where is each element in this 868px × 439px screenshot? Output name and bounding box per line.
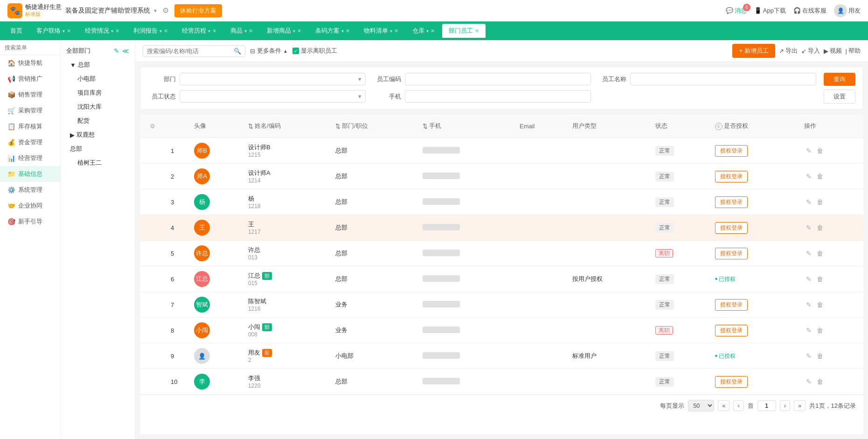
sidebar-item-collab[interactable]: 🤝 企业协同	[0, 198, 60, 214]
col-settings-icon[interactable]: ⚙	[146, 119, 160, 133]
auth-button[interactable]: 授权登录	[715, 299, 748, 311]
tab-operation[interactable]: 经营情况▾✕	[78, 24, 126, 38]
dept-node-zongbu-root[interactable]: ▼ 总部	[61, 58, 135, 72]
tab-profit-close[interactable]: ✕	[164, 28, 168, 34]
edit-button[interactable]: ✎	[804, 351, 813, 361]
auth-button[interactable]: 授权登录	[715, 196, 748, 208]
user-menu[interactable]: 👤 用友	[834, 4, 861, 17]
th-name-sort[interactable]: ⇅姓名/编码	[248, 122, 324, 130]
help-button[interactable]: | 帮助	[846, 47, 861, 55]
auth-info-icon[interactable]: ①	[715, 123, 722, 130]
dept-node-zhishu[interactable]: 植树王二	[68, 156, 135, 170]
delete-button[interactable]: 🗑	[815, 326, 825, 335]
sidebar-item-finance[interactable]: 💰 资金管理	[0, 134, 60, 150]
auth-button[interactable]: 授权登录	[715, 222, 748, 234]
dept-node-shuanglu[interactable]: ▶ 双鹿想	[61, 128, 135, 142]
auth-button[interactable]: 授权登录	[715, 376, 748, 388]
tab-profit[interactable]: 利润报告▾✕	[127, 24, 174, 38]
edit-button[interactable]: ✎	[804, 223, 813, 232]
tab-customer-close[interactable]: ✕	[67, 28, 71, 34]
first-page-button[interactable]: «	[718, 400, 729, 411]
edit-button[interactable]: ✎	[804, 172, 813, 181]
tab-warehouse-close[interactable]: ✕	[431, 28, 435, 34]
import-button[interactable]: ↙ 导入	[801, 47, 820, 55]
delete-button[interactable]: 🗑	[815, 172, 825, 181]
auth-button[interactable]: 授权登录	[715, 145, 748, 157]
show-resigned-toggle[interactable]: ✓ 显示离职员工	[292, 47, 337, 55]
edit-button[interactable]: ✎	[804, 326, 813, 335]
dropdown-arrow-icon[interactable]: ▾	[154, 7, 157, 14]
dept-node-xiaodian[interactable]: 小电部	[68, 72, 135, 86]
prev-page-button[interactable]: ‹	[733, 400, 743, 411]
tab-history[interactable]: 经营历程▾✕	[175, 24, 223, 38]
sidebar-item-quicknav[interactable]: 🏠 快捷导航	[0, 55, 60, 71]
dept-collapse-icon[interactable]: ≪	[122, 47, 129, 55]
dept-node-shenyang[interactable]: 沈阳大库	[68, 100, 135, 114]
th-phone[interactable]: ⇅手机	[417, 114, 514, 138]
tab-goods[interactable]: 商品▾✕	[224, 24, 259, 38]
filter-dept-select[interactable]: ▾	[180, 73, 366, 85]
view-button[interactable]: ▶ 视频	[824, 47, 842, 55]
tab-operation-close[interactable]: ✕	[115, 28, 119, 34]
sidebar-item-sales[interactable]: 📦 销售管理	[0, 87, 60, 103]
sidebar-item-sysmanage[interactable]: ⚙️ 系统管理	[0, 182, 60, 198]
filter-status-select[interactable]: ▾	[180, 90, 366, 103]
tab-barcode[interactable]: 条码方案▾✕	[309, 24, 356, 38]
sidebar-item-inventory[interactable]: 📋 库存核算	[0, 118, 60, 134]
edit-button[interactable]: ✎	[804, 300, 813, 309]
tab-history-close[interactable]: ✕	[212, 28, 216, 34]
tab-addgoods-close[interactable]: ✕	[297, 28, 301, 34]
auth-button[interactable]: 授权登录	[715, 248, 748, 259]
add-employee-button[interactable]: + 新增员工	[732, 44, 775, 58]
sidebar-item-bizmanage[interactable]: 📊 经营管理	[0, 150, 60, 166]
edit-button[interactable]: ✎	[804, 146, 813, 155]
edit-button[interactable]: ✎	[804, 274, 813, 284]
edit-button[interactable]: ✎	[804, 197, 813, 207]
filter-emp-name-input[interactable]	[630, 73, 816, 85]
filter-phone-input[interactable]	[405, 90, 591, 103]
reset-button[interactable]: 设置	[824, 90, 855, 104]
th-dept-sort[interactable]: ⇅部门/职位	[335, 122, 411, 130]
app-download-button[interactable]: 📱 App下载	[754, 7, 786, 15]
page-size-select[interactable]: 50 20 100	[688, 400, 714, 411]
delete-button[interactable]: 🗑	[815, 274, 825, 284]
sidebar-item-basicinfo[interactable]: 📁 基础信息	[0, 166, 60, 182]
gear-icon[interactable]: ⚙	[160, 4, 171, 17]
dept-node-zongbu[interactable]: 总部	[61, 142, 135, 156]
tab-warehouse[interactable]: 仓库▾✕	[406, 24, 441, 38]
th-name[interactable]: ⇅姓名/编码	[243, 114, 330, 138]
delete-button[interactable]: 🗑	[815, 249, 825, 258]
dept-node-peihuo[interactable]: 配货	[68, 114, 135, 128]
tab-customer[interactable]: 客户联络▾✕	[30, 24, 77, 38]
query-button[interactable]: 查询	[824, 73, 855, 86]
tab-employee-close[interactable]: ✕	[475, 28, 479, 34]
tab-bom-close[interactable]: ✕	[394, 28, 398, 34]
page-number-input[interactable]	[757, 400, 776, 411]
delete-button[interactable]: 🗑	[815, 223, 825, 232]
th-dept[interactable]: ⇅部门/职位	[330, 114, 417, 138]
tab-addgoods[interactable]: 新增商品▾✕	[260, 24, 308, 38]
message-button[interactable]: 💬 消息 6	[726, 7, 747, 15]
search-input[interactable]	[147, 48, 231, 55]
delete-button[interactable]: 🗑	[815, 197, 825, 207]
delete-button[interactable]: 🗑	[815, 300, 825, 309]
dept-node-project[interactable]: 项目库房	[68, 86, 135, 100]
sidebar-search-input[interactable]	[5, 44, 61, 51]
th-phone-sort[interactable]: ⇅手机	[423, 122, 508, 130]
auth-button[interactable]: 授权登录	[715, 171, 748, 182]
filter-emp-code-input[interactable]	[405, 73, 591, 85]
sidebar-item-purchase[interactable]: 🛒 采购管理	[0, 103, 60, 118]
online-service-button[interactable]: 🎧 在线客服	[793, 7, 826, 15]
tab-goods-close[interactable]: ✕	[249, 28, 253, 34]
tab-home[interactable]: 首页	[4, 24, 29, 38]
tab-employee[interactable]: 部门员工✕	[442, 24, 486, 38]
edit-button[interactable]: ✎	[804, 249, 813, 258]
auth-button[interactable]: 授权登录	[715, 325, 748, 336]
more-filter-button[interactable]: ⊟ 更多条件 ▲	[250, 47, 288, 55]
dept-edit-icon[interactable]: ✎	[114, 47, 119, 55]
tab-barcode-close[interactable]: ✕	[346, 28, 350, 34]
export-button[interactable]: ↗ 导出	[779, 47, 798, 55]
last-page-button[interactable]: »	[794, 400, 806, 411]
sidebar-item-marketing[interactable]: 📢 营销推广	[0, 71, 60, 87]
sidebar-item-guide[interactable]: 🎯 新手引导	[0, 214, 60, 230]
